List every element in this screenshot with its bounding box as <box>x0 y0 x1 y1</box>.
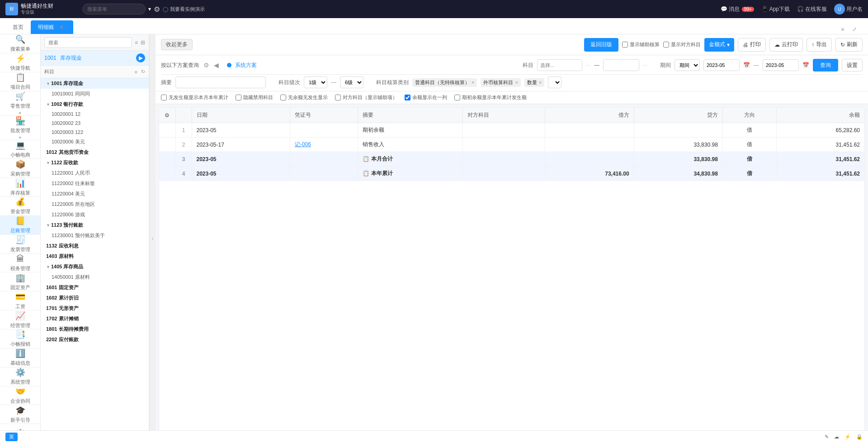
tree-item-1702[interactable]: 1702 累计摊销 <box>41 314 149 324</box>
tab-home[interactable]: 首页 <box>5 20 31 34</box>
tree-item-1012[interactable]: 1012 其他货币资金 <box>41 147 149 157</box>
sidebar-item-guide[interactable]: 🎓 新手引导 <box>0 405 40 424</box>
tree-item-2202[interactable]: 2202 应付账款 <box>41 334 149 345</box>
sidebar-item-ecommerce[interactable]: 💻 小畅电商 <box>0 140 40 159</box>
cb-hide-disabled-input[interactable] <box>236 95 241 100</box>
sidebar-item-retail[interactable]: 🛒 零售管理 ▾ <box>0 91 40 116</box>
sidebar-item-operations[interactable]: 📈 经营管理 <box>0 310 40 329</box>
selected-account-arrow[interactable]: ▶ <box>136 53 145 62</box>
tree-item-14050001[interactable]: 14050001 原材料 <box>41 272 149 282</box>
sidebar-item-inventory[interactable]: 📊 库存核算 <box>0 178 40 197</box>
sidebar-item-general[interactable]: 📒 总账管理 <box>0 216 40 235</box>
tree-item-11220006[interactable]: 11220006 游戏 <box>41 210 149 220</box>
cb-no-balance-hide[interactable]: 无余额无发生显示 <box>280 94 328 101</box>
tree-item-1701[interactable]: 1701 无形资产 <box>41 303 149 314</box>
sidebar-item-search[interactable]: 🔍 搜索菜单 <box>0 34 40 53</box>
accounts-refresh-icon[interactable]: ↻ <box>141 69 145 75</box>
cb-show-counterpart[interactable]: 对方科目（显示辅助项） <box>335 94 397 101</box>
panel-toggle[interactable]: ‹ <box>149 34 156 443</box>
cb-no-balance-hide-input[interactable] <box>280 95 286 100</box>
subject-level-from-select[interactable]: 1级 <box>304 76 327 88</box>
summary-input[interactable] <box>175 76 266 88</box>
subject-input2[interactable] <box>603 59 639 71</box>
back-old-version-btn[interactable]: 返回旧版 <box>584 38 618 52</box>
cb-opening-balance[interactable]: 期初余额显示本年累计发生额 <box>454 94 527 101</box>
translate-btn[interactable]: 英 <box>5 433 18 441</box>
tree-item-11230001[interactable]: 11230001 预付账款美于 <box>41 230 149 241</box>
tree-item-11220004[interactable]: 11220004 美元 <box>41 189 149 199</box>
show-counterpart-input[interactable] <box>663 42 669 48</box>
cb-opening-balance-input[interactable] <box>454 95 460 100</box>
accounts-view-toggle[interactable]: ≡ <box>135 69 137 75</box>
status-icon-3[interactable]: ⚡ <box>844 434 851 440</box>
tree-item-1002[interactable]: ▼1002 银行存款 <box>41 99 149 110</box>
period-type-select[interactable]: 期间 <box>675 59 700 71</box>
tree-item-11220001[interactable]: 11220001 人民币 <box>41 168 149 178</box>
cb-balance-single-row-input[interactable] <box>405 95 410 100</box>
tree-item-1801[interactable]: 1801 长期待摊费用 <box>41 324 149 334</box>
filter-settings-btn[interactable]: 设置 <box>842 59 863 71</box>
cb-hide-disabled[interactable]: 隐藏禁用科目 <box>236 94 273 101</box>
tree-item-1602[interactable]: 1602 累计折旧 <box>41 293 149 303</box>
app-download-item[interactable]: 📱 App下载 <box>761 5 790 13</box>
tab-ledger-close[interactable]: × <box>57 23 66 32</box>
search-input[interactable] <box>82 4 146 14</box>
status-icon-2[interactable]: ☁ <box>834 434 839 440</box>
settings-icon[interactable]: ⚙ <box>154 5 160 14</box>
tree-item-1122[interactable]: ▼1122 应收款 <box>41 157 149 168</box>
cloud-print-btn[interactable]: ☁ 云打印 <box>769 38 803 52</box>
tree-item-11220002[interactable]: 11220002 往来标签 <box>41 178 149 189</box>
tree-item-1001[interactable]: ▼1001 库存现金 <box>41 78 149 89</box>
period-end-input[interactable] <box>763 59 799 71</box>
status-icon-4[interactable]: 🔒 <box>856 434 863 440</box>
tag-normal-close[interactable]: × <box>472 80 474 85</box>
dropdown-icon[interactable]: ▾ <box>148 6 151 12</box>
tree-item-10020003[interactable]: 10020003 122 <box>41 128 149 137</box>
tab-ledger[interactable]: 明细账 × <box>31 20 73 34</box>
message-item[interactable]: 💬 消息 99+ <box>721 5 754 13</box>
tree-item-1132[interactable]: 1132 应收利息 <box>41 241 149 251</box>
show-aux-checkbox[interactable]: 显示辅助核算 <box>622 41 660 48</box>
tree-item-10020001[interactable]: 10020001 12 <box>41 110 149 119</box>
accounts-search-input[interactable] <box>44 37 132 48</box>
print-btn[interactable]: 🖨 打印 <box>738 38 766 52</box>
sidebar-item-basic[interactable]: ℹ️ 基础信息 <box>0 348 40 367</box>
cb-balance-single-row[interactable]: 余额显示在一列 <box>405 94 447 101</box>
user-area[interactable]: U 用户名 <box>834 4 863 14</box>
query-btn[interactable]: 查询 <box>813 59 838 71</box>
sidebar-item-quicknav[interactable]: ⚡ 快捷导航 <box>0 53 40 72</box>
tree-item-10020002[interactable]: 10020002 23 <box>41 119 149 128</box>
voucher-link-2[interactable]: 记-006 <box>295 141 311 148</box>
tree-item-1601[interactable]: 1601 固定资产 <box>41 282 149 293</box>
tree-item-1403[interactable]: 1403 原材料 <box>41 251 149 262</box>
tree-item-1123[interactable]: ▼1123 预付账款 <box>41 220 149 230</box>
window-close-btn[interactable]: × <box>838 25 847 34</box>
sidebar-item-purchase[interactable]: 📦 采购管理 <box>0 159 40 178</box>
refresh-btn[interactable]: ↻ 刷新 <box>835 38 863 52</box>
tree-view-icon[interactable]: ⊞ <box>141 39 145 46</box>
sidebar-item-cooperation[interactable]: 🤝 企业协同 <box>0 386 40 405</box>
window-expand-btn[interactable]: ⤢ <box>850 25 859 34</box>
tag-foreign-close[interactable]: × <box>515 80 518 85</box>
filter-settings-icon[interactable]: ⚙ <box>203 62 209 69</box>
show-aux-input[interactable] <box>622 42 628 48</box>
subject-input[interactable] <box>537 59 582 71</box>
subject-type-more-select[interactable]: ▾ <box>548 76 561 88</box>
cb-show-counterpart-input[interactable] <box>335 95 341 100</box>
sidebar-item-salary[interactable]: 💳 工资 <box>0 291 40 310</box>
tree-item-11220005[interactable]: 11220005 所在地区 <box>41 199 149 210</box>
demo-link[interactable]: ◯ 我要看实例演示 <box>163 6 205 13</box>
cb-no-balance-input[interactable] <box>161 95 167 100</box>
sidebar-item-capital[interactable]: 💰 资金管理 <box>0 197 40 216</box>
tree-item-10020006[interactable]: 10020006 美元 <box>41 137 149 147</box>
system-scheme-label[interactable]: 系统方案 <box>235 62 257 69</box>
export-btn[interactable]: ↑ 导出 <box>807 38 832 52</box>
show-counterpart-checkbox[interactable]: 显示对方科目 <box>663 41 701 48</box>
tree-item-1405[interactable]: ▼1405 库存商品 <box>41 262 149 272</box>
status-icon-1[interactable]: ✎ <box>825 434 829 440</box>
sidebar-item-invoice[interactable]: 🧾 发票管理 <box>0 235 40 254</box>
sidebar-item-system[interactable]: ⚙️ 系统管理 <box>0 367 40 386</box>
collapse-btn[interactable]: 收起更多 <box>161 39 193 50</box>
amount-format-btn[interactable]: 金额式 ▾ <box>704 38 734 52</box>
online-service-item[interactable]: 🎧 在线客服 <box>797 5 827 13</box>
